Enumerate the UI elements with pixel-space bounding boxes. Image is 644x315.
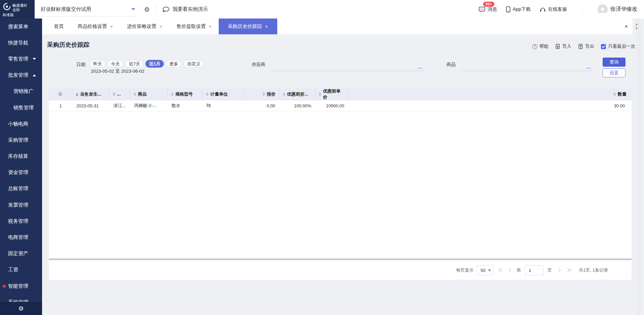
header-quote[interactable]: 报价 bbox=[243, 88, 279, 100]
vertical-scrollbar[interactable] bbox=[637, 19, 641, 315]
prev-page-button[interactable] bbox=[508, 268, 512, 273]
product-filter-label: 商品 bbox=[446, 62, 456, 68]
sort-icon[interactable] bbox=[613, 93, 616, 96]
date-range-value[interactable]: 2023-05-02 至 2023-06-02 bbox=[91, 68, 144, 74]
pagination-summary: 共1页, 1条记录 bbox=[579, 267, 608, 273]
cell-business-date: 2023-05-31 bbox=[72, 100, 109, 111]
close-icon[interactable]: × bbox=[265, 24, 268, 29]
range-more[interactable]: 更多 bbox=[166, 60, 182, 68]
account-dropdown[interactable]: 好业财标准版交付试用 bbox=[39, 2, 137, 16]
close-all-tabs-icon[interactable]: × bbox=[624, 19, 628, 34]
sidebar-item-purchase-mgmt[interactable]: 采购管理 bbox=[0, 132, 42, 148]
product-picker-ellipsis[interactable]: ... bbox=[586, 64, 591, 69]
messages-button[interactable]: 99+ 消息 bbox=[479, 6, 497, 12]
sidebar-item-ecom-mgmt[interactable]: 电商管理 bbox=[0, 229, 42, 245]
sidebar-item-wholesale-mgmt[interactable]: 批发管理 bbox=[0, 67, 42, 83]
sidebar-item-payroll[interactable]: 工资 bbox=[0, 262, 42, 278]
sidebar-item-marketing-promo[interactable]: 营销推广 bbox=[0, 83, 42, 100]
sidebar-item-general-ledger[interactable]: 总账管理 bbox=[0, 181, 42, 197]
sidebar-item-smart-mgmt[interactable]: 智能管理 bbox=[0, 278, 42, 294]
page-toolbar: ? 帮助 导入 导出 只看最后一次 bbox=[532, 43, 635, 49]
header-pre-discount-price[interactable]: 优惠前单价 bbox=[315, 88, 348, 100]
sort-icon[interactable] bbox=[134, 93, 136, 96]
header-product[interactable]: 商品 bbox=[130, 88, 168, 100]
sort-icon[interactable] bbox=[319, 93, 321, 96]
user-menu[interactable]: 徐泽华修改 bbox=[598, 4, 637, 14]
per-page-select[interactable]: 50 bbox=[477, 265, 494, 275]
per-page-value: 50 bbox=[480, 268, 485, 273]
cell-supplier: 浙江... bbox=[109, 100, 130, 111]
tab-purchase-history-price[interactable]: 采购历史价跟踪× bbox=[219, 19, 277, 34]
tab-home[interactable]: 首页 bbox=[47, 19, 71, 34]
sidebar-item-inventory-accounting[interactable]: 库存核算 bbox=[0, 148, 42, 165]
range-today[interactable]: 今天 bbox=[107, 60, 123, 68]
sidebar-item-xiaochang-ecom[interactable]: 小畅电商 bbox=[0, 116, 42, 132]
account-dropdown-value: 好业财标准版交付试用 bbox=[41, 6, 91, 12]
range-custom[interactable]: 自定义 bbox=[183, 60, 204, 68]
supplier-input[interactable]: ... bbox=[271, 60, 426, 71]
settings-gear-icon[interactable]: ⚙ bbox=[144, 6, 150, 13]
range-yesterday[interactable]: 昨天 bbox=[90, 60, 106, 68]
sort-icon[interactable] bbox=[206, 93, 209, 96]
demo-link[interactable]: 我要看实例演示 bbox=[162, 6, 208, 12]
help-icon: ? bbox=[532, 44, 537, 49]
sort-icon[interactable] bbox=[283, 93, 285, 96]
cell-quote: 0.00 bbox=[243, 100, 279, 111]
sidebar-item-funds-mgmt[interactable]: 资金管理 bbox=[0, 165, 42, 181]
column-settings-header[interactable]: ⚙ bbox=[49, 88, 72, 100]
online-support-label: 在线客服 bbox=[548, 6, 567, 12]
range-last7days[interactable]: 近7天 bbox=[125, 60, 144, 68]
header-unit[interactable]: 计量单位 bbox=[203, 88, 243, 100]
header-business-date[interactable]: 业务发生... bbox=[72, 88, 109, 100]
import-icon bbox=[555, 44, 560, 49]
supplier-picker-ellipsis[interactable]: ... bbox=[418, 64, 423, 69]
settings-button[interactable]: 设置 bbox=[603, 68, 625, 77]
sidebar-item-quick-nav[interactable]: 快捷导航 bbox=[0, 35, 42, 51]
close-icon[interactable]: × bbox=[159, 24, 163, 29]
message-icon bbox=[479, 7, 485, 12]
sidebar-item-sales-mgmt[interactable]: 销售管理 bbox=[0, 100, 42, 116]
next-page-button[interactable] bbox=[557, 268, 562, 273]
sidebar-item-retail-mgmt[interactable]: 零售管理 bbox=[0, 51, 42, 67]
header-quantity[interactable]: 数量 bbox=[348, 88, 632, 100]
checkbox-checked-icon[interactable] bbox=[601, 44, 606, 49]
header-supplier-truncated[interactable]: ... bbox=[109, 88, 130, 100]
close-icon[interactable]: × bbox=[209, 24, 212, 29]
chevron-down-icon bbox=[488, 270, 491, 271]
help-button[interactable]: ? 帮助 bbox=[532, 43, 548, 49]
sidebar-item-invoice-mgmt[interactable]: 发票管理 bbox=[0, 197, 42, 213]
expand-arrow-icon bbox=[33, 74, 36, 76]
product-input[interactable]: ... bbox=[461, 60, 594, 71]
top-header-bar: 好业财标准版交付试用 ⚙ 我要看实例演示 99+ 消息 App下载 在线客服 bbox=[35, 0, 644, 19]
online-support-button[interactable]: 在线客服 bbox=[540, 6, 567, 12]
last-page-button[interactable] bbox=[567, 268, 571, 273]
page-suffix-label: 页 bbox=[547, 267, 552, 273]
page-number-input[interactable] bbox=[525, 265, 543, 275]
only-last-checkbox[interactable]: 只看最后一次 bbox=[601, 43, 635, 49]
sort-icon[interactable] bbox=[262, 93, 265, 96]
sort-icon[interactable] bbox=[76, 93, 78, 96]
column-gear-icon[interactable]: ⚙ bbox=[58, 91, 63, 97]
sidebar-item-fixed-assets[interactable]: 固定资产 bbox=[0, 246, 42, 262]
export-button[interactable]: 导出 bbox=[578, 43, 594, 49]
app-download-button[interactable]: App下载 bbox=[506, 6, 531, 12]
header-pre-discount-rate[interactable]: 优惠前折... bbox=[279, 88, 315, 100]
close-icon[interactable]: × bbox=[110, 24, 113, 29]
query-button[interactable]: 查询 bbox=[603, 58, 625, 67]
sort-icon[interactable] bbox=[113, 93, 115, 96]
import-button[interactable]: 导入 bbox=[555, 43, 571, 49]
tab-product-price-settings[interactable]: 商品价格设置× bbox=[71, 19, 120, 34]
tab-sale-price-extraction[interactable]: 售价提取设置× bbox=[170, 19, 219, 34]
range-last-month[interactable]: 近1月 bbox=[145, 60, 164, 68]
tab-purchase-price-strategy[interactable]: 进价策略设置× bbox=[120, 19, 170, 34]
table-row[interactable]: 1 2023-05-31 浙江... 丙烯酸-2-... 散水 吨 0.00 1… bbox=[49, 100, 632, 111]
date-filter-label: 日期 bbox=[76, 62, 85, 68]
first-page-button[interactable] bbox=[498, 268, 503, 273]
horizontal-scrollbar[interactable] bbox=[49, 258, 632, 260]
sidebar-settings-bar[interactable]: ⚙ bbox=[0, 302, 42, 315]
header-spec-model[interactable]: 规格型号 bbox=[168, 88, 203, 100]
sidebar-item-tax-mgmt[interactable]: 税务管理 bbox=[0, 213, 42, 229]
sort-icon[interactable] bbox=[171, 93, 174, 96]
date-quick-ranges: 昨天 今天 近7天 近1月 更多 自定义 bbox=[90, 60, 204, 68]
sidebar-item-search-menu[interactable]: 搜索菜单 bbox=[0, 19, 42, 35]
